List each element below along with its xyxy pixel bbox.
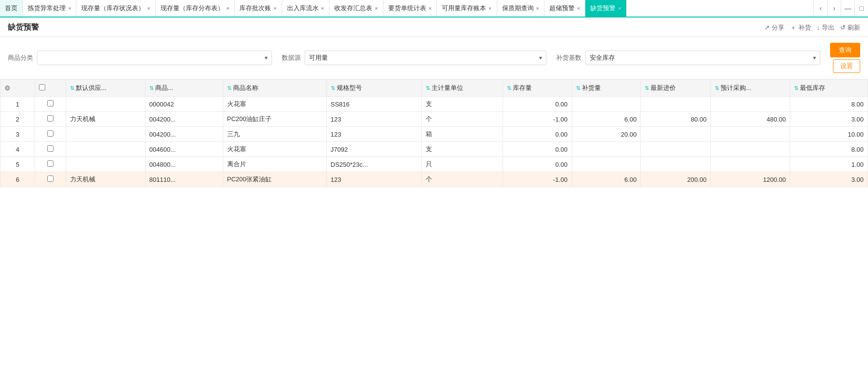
row-checkbox-5[interactable] <box>47 176 54 182</box>
tab-demand[interactable]: 要货单统计表 × <box>383 0 437 17</box>
tab-close-inout[interactable]: × <box>321 5 324 11</box>
row-checkbox-4[interactable] <box>47 160 54 167</box>
row-num-2: 3 <box>0 127 35 142</box>
replenish-sort-icon[interactable]: ⇅ <box>576 85 580 91</box>
query-button[interactable]: 查询 <box>830 43 860 57</box>
tab-close-overstock[interactable]: × <box>577 5 580 11</box>
table-row: 6 力天机械 801110... PC200张紧油缸 123 个 -1.00 6… <box>0 172 868 187</box>
unit-sort-icon[interactable]: ⇅ <box>426 85 430 91</box>
estimate-sort-icon[interactable]: ⇅ <box>715 85 719 91</box>
stock-sort-icon[interactable]: ⇅ <box>507 85 511 91</box>
export-button[interactable]: ↓ 导出 <box>817 23 835 32</box>
tab-stock-dist[interactable]: 现存量（库存分布表） × <box>156 0 235 17</box>
row-supplier-4 <box>66 157 145 172</box>
refresh-icon: ↺ <box>840 24 846 31</box>
row-price-2 <box>641 127 711 142</box>
share-button[interactable]: ↗ 分享 <box>764 23 784 32</box>
th-supplier: ⇅ 默认供应... <box>66 80 145 97</box>
datasource-chevron-icon: ▾ <box>539 54 542 61</box>
tab-overstock[interactable]: 超储预警 × <box>544 0 585 17</box>
row-checkbox-1[interactable] <box>47 115 54 122</box>
tab-nav-buttons: ‹ › — □ <box>814 0 868 17</box>
tab-close-batch[interactable]: × <box>273 5 276 11</box>
row-estimate-0 <box>711 97 790 112</box>
row-checkbox-3[interactable] <box>47 145 54 152</box>
row-spec-1: 123 <box>326 112 421 127</box>
settings-button[interactable]: 设置 <box>833 59 860 73</box>
replenish-base-select[interactable]: 安全库存 ▾ <box>585 51 820 65</box>
row-supplier-2 <box>66 127 145 142</box>
filter-actions: 查询 设置 <box>830 43 860 73</box>
replenish-button[interactable]: ＋ 补货 <box>790 23 811 32</box>
tab-close-stock-status[interactable]: × <box>147 5 150 11</box>
row-check-5 <box>35 172 66 187</box>
row-supplier-1: 力天机械 <box>66 112 145 127</box>
tab-inout[interactable]: 出入库流水 × <box>282 0 329 17</box>
window-minimize-button[interactable]: — <box>841 0 854 17</box>
row-minstock-3: 8.00 <box>790 142 868 157</box>
tab-home[interactable]: 首页 <box>0 0 23 17</box>
th-replenish: ⇅ 补货量 <box>572 80 641 97</box>
table-settings-icon[interactable]: ⚙ <box>4 84 11 92</box>
row-stock-0: 0.00 <box>503 97 572 112</box>
category-select[interactable]: ▾ <box>37 51 272 65</box>
datasource-label: 数据源 <box>282 53 301 62</box>
replenish-base-chevron-icon: ▾ <box>813 54 816 61</box>
row-spec-3: J7092 <box>326 142 421 157</box>
tab-batch[interactable]: 库存批次账 × <box>235 0 282 17</box>
row-name-4: 离合片 <box>223 157 326 172</box>
row-code-3: 004600... <box>145 142 223 157</box>
row-price-0 <box>641 97 711 112</box>
row-checkbox-2[interactable] <box>47 130 54 137</box>
tab-close-shortage[interactable]: × <box>618 5 621 11</box>
row-spec-5: 123 <box>326 172 421 187</box>
select-all-checkbox[interactable] <box>39 84 45 90</box>
row-code-5: 801110... <box>145 172 223 187</box>
category-label: 商品分类 <box>8 53 33 62</box>
th-estimate: ⇅ 预计采购... <box>711 80 790 97</box>
minstock-sort-icon[interactable]: ⇅ <box>794 85 798 91</box>
datasource-select[interactable]: 可用量 ▾ <box>305 51 546 65</box>
table-row: 3 004200... 三九 123 箱 0.00 20.00 10.00 <box>0 127 868 142</box>
row-stock-4: 0.00 <box>503 157 572 172</box>
tab-bar: 首页 拣货异常处理 × 现存量（库存状况表） × 现存量（库存分布表） × 库存… <box>0 0 868 18</box>
row-spec-0: SS816 <box>326 97 421 112</box>
row-name-1: PC200油缸庄子 <box>223 112 326 127</box>
tab-available[interactable]: 可用量库存账本 × <box>437 0 497 17</box>
row-replenish-4 <box>572 157 641 172</box>
row-num-1: 2 <box>0 112 35 127</box>
export-icon: ↓ <box>817 24 820 31</box>
tab-close-abnormal[interactable]: × <box>68 5 71 11</box>
supplier-sort-icon[interactable]: ⇅ <box>70 85 74 91</box>
tab-expiry[interactable]: 保质期查询 × <box>497 0 544 17</box>
tab-stock-status[interactable]: 现存量（库存状况表） × <box>76 0 155 17</box>
replenish-icon: ＋ <box>790 23 796 32</box>
name-sort-icon[interactable]: ⇅ <box>227 85 232 91</box>
tab-close-available[interactable]: × <box>488 5 491 11</box>
window-maximize-button[interactable]: □ <box>854 0 868 17</box>
price-sort-icon[interactable]: ⇅ <box>645 85 649 91</box>
th-check <box>35 80 66 97</box>
tab-shortage[interactable]: 缺货预警 × <box>585 0 626 17</box>
row-stock-5: -1.00 <box>503 172 572 187</box>
row-check-4 <box>35 157 66 172</box>
tab-close-expiry[interactable]: × <box>536 5 539 11</box>
row-checkbox-0[interactable] <box>47 100 54 106</box>
tab-close-receive[interactable]: × <box>375 5 378 11</box>
row-unit-5: 个 <box>421 172 503 187</box>
refresh-button[interactable]: ↺ 刷新 <box>840 23 860 32</box>
code-sort-icon[interactable]: ⇅ <box>149 85 154 91</box>
datasource-value: 可用量 <box>309 53 328 62</box>
spec-sort-icon[interactable]: ⇅ <box>331 85 335 91</box>
table-row: 1 0000042 火花塞 SS816 支 0.00 8.00 <box>0 97 868 112</box>
tab-abnormal[interactable]: 拣货异常处理 × <box>23 0 76 17</box>
tab-prev-button[interactable]: ‹ <box>814 0 827 17</box>
row-unit-0: 支 <box>421 97 503 112</box>
row-replenish-2: 20.00 <box>572 127 641 142</box>
tab-receive[interactable]: 收发存汇总表 × <box>329 0 383 17</box>
tab-close-stock-dist[interactable]: × <box>226 5 229 11</box>
tab-next-button[interactable]: › <box>827 0 841 17</box>
tab-close-demand[interactable]: × <box>429 5 432 11</box>
row-spec-2: 123 <box>326 127 421 142</box>
row-estimate-5: 1200.00 <box>711 172 790 187</box>
